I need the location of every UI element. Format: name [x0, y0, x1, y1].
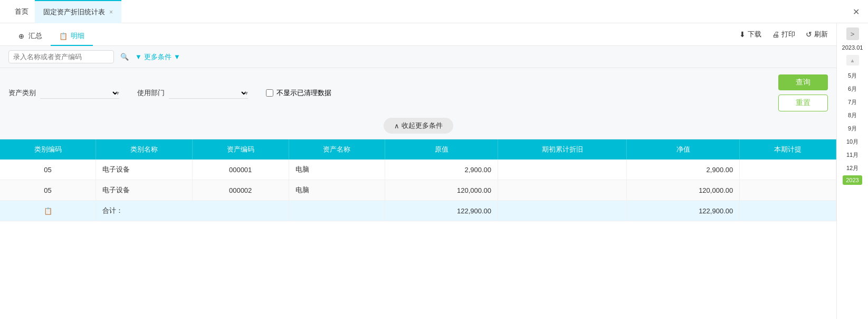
- cell-original-value: 120,000.00: [385, 180, 498, 201]
- col-header-category-name: 类别名称: [96, 139, 193, 160]
- filter-panel: 资产类别 ▼ 使用部门 ▼ 不显示已清理数据: [0, 68, 836, 139]
- cell-net-value: 2,900.00: [627, 160, 740, 180]
- refresh-icon: ↺: [806, 30, 812, 39]
- collapse-icon: ∧: [394, 122, 399, 130]
- print-label: 打印: [781, 30, 795, 39]
- download-label: 下载: [748, 30, 761, 39]
- cell-asset-name: 电脑: [289, 180, 385, 201]
- table-body: 05 电子设备 000001 电脑 2,900.00 2,900.00 05 电…: [0, 160, 836, 221]
- cell-category-code: 05: [0, 180, 96, 201]
- total-spacer: [289, 201, 385, 221]
- col-header-asset-code: 资产编码: [192, 139, 289, 160]
- cell-net-value: 120,000.00: [627, 180, 740, 201]
- search-input[interactable]: [8, 50, 114, 63]
- refresh-label: 刷新: [814, 30, 828, 39]
- print-icon: 🖨: [772, 30, 779, 39]
- tab-detail[interactable]: 📋 明细: [51, 27, 93, 46]
- total-current-period: [740, 201, 836, 221]
- table-wrapper: 类别编码 类别名称 资产编码 资产名称 原值 期初累计折旧 净值 本期计提 05…: [0, 139, 836, 319]
- tab-summary[interactable]: ⊕ 汇总: [8, 27, 51, 46]
- summary-icon: ⊕: [17, 32, 25, 40]
- year-badge[interactable]: 2023: [843, 175, 862, 185]
- col-header-accumulated-depr: 期初累计折旧: [498, 139, 627, 160]
- active-tab[interactable]: 固定资产折旧统计表 ×: [35, 0, 121, 23]
- query-button[interactable]: 查询: [778, 74, 828, 90]
- table-row: 05 电子设备 000002 电脑 120,000.00 120,000.00: [0, 180, 836, 201]
- department-select[interactable]: [169, 87, 248, 99]
- nav-home[interactable]: 首页: [8, 7, 35, 16]
- right-sidebar: > 2023.01 ▲ 5月6月7月8月9月10月11月12月 2023: [836, 23, 868, 319]
- date-display: 2023.01: [842, 42, 863, 53]
- table-header-row: 类别编码 类别名称 资产编码 资产名称 原值 期初累计折旧 净值 本期计提: [0, 139, 836, 160]
- table-row: 05 电子设备 000001 电脑 2,900.00 2,900.00: [0, 160, 836, 180]
- content-area: ⊕ 汇总 📋 明细 ⬇ 下载 🖨 打印 ↺: [0, 23, 868, 319]
- filter-department: 使用部门 ▼: [137, 87, 249, 99]
- tab-close-icon[interactable]: ×: [109, 8, 113, 16]
- main-panel: ⊕ 汇总 📋 明细 ⬇ 下载 🖨 打印 ↺: [0, 23, 836, 319]
- more-conditions-label: 更多条件: [144, 52, 171, 62]
- sidebar-month-item[interactable]: 7月: [843, 96, 862, 108]
- cell-accumulated-depr: [498, 180, 627, 201]
- collapse-conditions-btn[interactable]: ∧ 收起更多条件: [384, 118, 453, 134]
- reset-button[interactable]: 重置: [778, 95, 828, 111]
- sidebar-month-item[interactable]: 5月: [843, 70, 862, 82]
- download-icon: ⬇: [739, 30, 746, 39]
- total-label: 合计：: [96, 201, 289, 221]
- asset-category-select[interactable]: [40, 87, 119, 99]
- cell-current-period: [740, 180, 836, 201]
- sidebar-month-item[interactable]: 10月: [843, 136, 862, 148]
- arrow-right-icon: >: [851, 30, 855, 38]
- filter-no-cleared: 不显示已清理数据: [266, 88, 331, 98]
- more-conditions-btn[interactable]: ▼ 更多条件 ▼: [135, 52, 180, 62]
- cell-category-code: 05: [0, 160, 96, 180]
- download-btn[interactable]: ⬇ 下载: [739, 30, 761, 39]
- cell-category-name: 电子设备: [96, 180, 193, 201]
- asset-category-arrow: ▼: [115, 90, 120, 96]
- table-total-row: 📋 合计： 122,900.00 122,900.00: [0, 201, 836, 221]
- sub-tabs: ⊕ 汇总 📋 明细: [0, 23, 101, 45]
- no-cleared-label: 不显示已清理数据: [276, 88, 331, 98]
- no-cleared-checkbox[interactable]: [266, 89, 273, 97]
- filter-asset-category: 资产类别 ▼: [8, 87, 120, 99]
- detail-label: 明细: [71, 31, 84, 41]
- sidebar-months: 5月6月7月8月9月10月11月12月: [843, 70, 862, 174]
- cell-category-name: 电子设备: [96, 160, 193, 180]
- sidebar-month-item[interactable]: 9月: [843, 123, 862, 135]
- tab-label: 固定资产折旧统计表: [43, 7, 105, 17]
- print-btn[interactable]: 🖨 打印: [772, 30, 795, 39]
- refresh-btn[interactable]: ↺ 刷新: [806, 30, 828, 39]
- sidebar-month-item[interactable]: 6月: [843, 83, 862, 95]
- sidebar-expand-arrow[interactable]: >: [846, 27, 859, 40]
- col-header-original-value: 原值: [385, 139, 498, 160]
- cell-asset-code: 000002: [192, 180, 289, 201]
- sidebar-month-item[interactable]: 11月: [843, 149, 862, 161]
- filter-buttons: 查询 重置: [778, 74, 828, 111]
- department-label: 使用部门: [137, 88, 165, 98]
- cell-accumulated-depr: [498, 160, 627, 180]
- search-icon[interactable]: 🔍: [120, 53, 129, 61]
- filter-row: 资产类别 ▼ 使用部门 ▼ 不显示已清理数据: [8, 74, 828, 111]
- total-original-value: 122,900.00: [385, 201, 498, 221]
- window-close-icon[interactable]: ✕: [853, 6, 860, 16]
- col-header-current-period: 本期计提: [740, 139, 836, 160]
- col-header-category-code: 类别编码: [0, 139, 96, 160]
- search-bar: 🔍 ▼ 更多条件 ▼: [0, 46, 836, 68]
- cell-asset-name: 电脑: [289, 160, 385, 180]
- sidebar-month-item[interactable]: 8月: [843, 109, 862, 121]
- asset-table: 类别编码 类别名称 资产编码 资产名称 原值 期初累计折旧 净值 本期计提 05…: [0, 139, 836, 221]
- cell-asset-code: 000001: [192, 160, 289, 180]
- col-header-asset-name: 资产名称: [289, 139, 385, 160]
- summary-label: 汇总: [28, 31, 42, 41]
- asset-category-label: 资产类别: [8, 88, 36, 98]
- top-nav: 首页 固定资产折旧统计表 × ✕: [0, 0, 868, 23]
- cell-original-value: 2,900.00: [385, 160, 498, 180]
- detail-icon: 📋: [59, 32, 68, 40]
- total-accumulated-depr: [498, 201, 627, 221]
- cell-current-period: [740, 160, 836, 180]
- department-arrow: ▼: [244, 90, 249, 96]
- total-net-value: 122,900.00: [627, 201, 740, 221]
- sidebar-month-item[interactable]: 12月: [843, 162, 862, 174]
- scroll-up-btn[interactable]: ▲: [846, 55, 859, 65]
- chevron-down-icon: ▼: [174, 53, 180, 61]
- filter-icon: ▼: [135, 53, 142, 61]
